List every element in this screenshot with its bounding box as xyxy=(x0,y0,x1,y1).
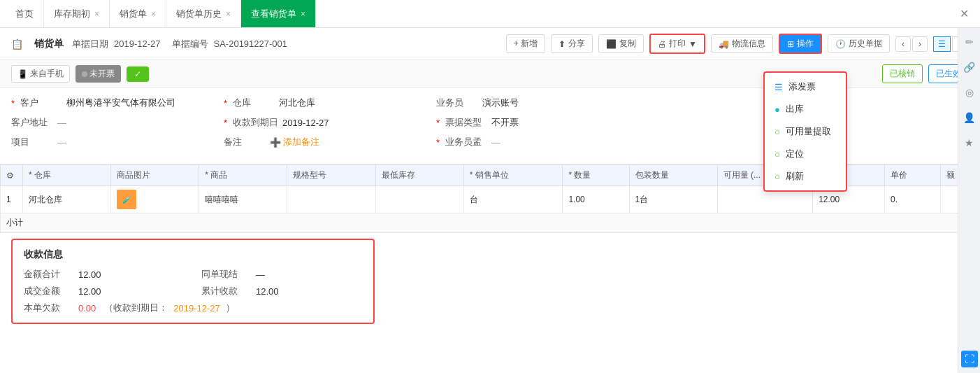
available-qty-item[interactable]: ○ 可用量提取 xyxy=(765,120,846,143)
tab-inventory-init-close[interactable]: × xyxy=(94,9,99,19)
available-qty-icon: ○ xyxy=(774,127,780,137)
voided-button[interactable]: 已核销 xyxy=(882,64,923,83)
tab-home[interactable]: 首页 xyxy=(6,0,44,27)
col-min-stock: 最低库存 xyxy=(375,165,463,186)
total-row: 金额合计 12.00 xyxy=(24,268,185,281)
next-button[interactable]: › xyxy=(912,36,928,52)
customer-field: * 客户 柳州粤港平安气体有限公司 xyxy=(11,97,207,109)
sidebar-star-icon[interactable]: ★ xyxy=(961,134,978,151)
sales-staff-field: * 业务员孟 — xyxy=(436,136,632,148)
print-icon: 🖨 xyxy=(658,39,666,49)
operate-button[interactable]: ⊞ 操作 xyxy=(779,34,822,54)
add-invoice-label: 添发票 xyxy=(788,80,816,93)
not-opened-dot xyxy=(82,71,87,77)
sidebar-expand-icon[interactable]: ⛶ xyxy=(961,351,978,367)
row-product-img: 🧪 xyxy=(111,186,199,213)
tab-inventory-init[interactable]: 库存期初 × xyxy=(44,0,110,27)
note-field: 备注 ➕ 添加备注 xyxy=(224,136,419,148)
add-note-button[interactable]: ➕ 添加备注 xyxy=(270,136,319,148)
copy-button[interactable]: ⬛ 复制 xyxy=(598,34,644,53)
refresh-label: 刷新 xyxy=(786,170,804,183)
refresh-icon: ○ xyxy=(774,171,780,182)
staff-field: 业务员 演示账号 xyxy=(436,97,632,109)
sidebar-edit-icon[interactable]: ✏ xyxy=(961,34,978,50)
main-content: 📋 销货单 单据日期 2019-12-27 单据编号 SA-20191227-0… xyxy=(0,28,980,373)
new-button[interactable]: + 新增 xyxy=(506,34,545,53)
doc-meta: 单据日期 2019-12-27 单据编号 SA-20191227-001 xyxy=(72,38,287,50)
product-image: 🧪 xyxy=(117,190,136,209)
balance-row: 本单欠款 0.00 （收款到期日： 2019-12-27 ） xyxy=(24,302,362,314)
locate-label: 定位 xyxy=(786,148,804,160)
tab-sales-history-close[interactable]: × xyxy=(226,9,231,19)
row-warehouse: 河北仓库 xyxy=(23,186,111,213)
locate-icon: ○ xyxy=(774,149,780,160)
sidebar-user-icon[interactable]: 👤 xyxy=(961,109,978,126)
right-sidebar: ✏ 🔗 ◎ 👤 ★ ⛶ xyxy=(958,28,980,373)
col-product: * 商品 xyxy=(199,165,287,186)
prev-button[interactable]: ‹ xyxy=(895,36,911,52)
tab-sales-order[interactable]: 销货单 × xyxy=(110,0,166,27)
project-field: 项目 — xyxy=(11,136,207,148)
col-unit-price: 单价 xyxy=(885,165,941,186)
payment-date-required: * xyxy=(224,118,227,128)
nav-arrows: ‹ › xyxy=(895,36,928,52)
phone-icon: 📱 xyxy=(17,69,28,79)
operate-dropdown: ☰ 添发票 ● 出库 ○ 可用量提取 ○ 定位 ○ 刷新 xyxy=(763,71,847,192)
col-product-img: 商品图片 xyxy=(111,165,199,186)
warehouse-required: * xyxy=(224,98,227,108)
col-sales-unit: * 销售单位 xyxy=(463,165,563,186)
sales-staff-required: * xyxy=(436,137,440,148)
col-settings[interactable]: ⚙ xyxy=(1,165,23,186)
ticket-type-field: * 票据类型 不开票 xyxy=(436,116,632,129)
tab-sales-history[interactable]: 销货单历史 × xyxy=(166,0,241,27)
share-icon: ⬆ xyxy=(559,39,565,49)
customer-required: * xyxy=(11,98,15,108)
add-invoice-icon: ☰ xyxy=(774,82,783,92)
logistics-icon: 🚚 xyxy=(719,39,729,49)
right-status-buttons: 已核销 已生效 xyxy=(882,64,969,83)
same-order-row: 同单现结 — xyxy=(201,268,362,281)
col-quantity: * 数量 xyxy=(563,165,629,186)
share-button[interactable]: ⬆ 分享 xyxy=(551,34,593,53)
print-button[interactable]: 🖨 打印 ▼ xyxy=(649,34,705,54)
logistics-button[interactable]: 🚚 物流信息 xyxy=(711,34,773,53)
doc-title-area: 📋 销货单 单据日期 2019-12-27 单据编号 SA-20191227-0… xyxy=(11,38,287,50)
available-qty-label: 可用量提取 xyxy=(786,125,831,138)
refresh-item[interactable]: ○ 刷新 xyxy=(765,165,846,188)
row-product: 嘻嘻嘻嘻 xyxy=(199,186,287,213)
summary-box: 收款信息 金额合计 12.00 同单现结 — 成交金额 12.00 累计收款 1… xyxy=(11,239,375,324)
from-phone-button[interactable]: 📱 来自手机 xyxy=(11,65,70,83)
tab-sales-order-close[interactable]: × xyxy=(151,9,156,19)
window-close[interactable]: ✕ xyxy=(954,4,974,23)
transaction-row: 成交金额 12.00 xyxy=(24,285,185,297)
print-dropdown-icon: ▼ xyxy=(689,39,697,49)
ticket-type-required: * xyxy=(436,118,440,128)
row-quantity: 1.00 xyxy=(563,186,629,213)
not-opened-button[interactable]: 未开票 xyxy=(75,65,121,83)
settings-icon[interactable]: ⚙ xyxy=(6,171,14,181)
confirm-button[interactable]: ✓ xyxy=(127,66,149,82)
add-icon: ➕ xyxy=(270,137,281,148)
col-pkg-qty: 包装数量 xyxy=(629,165,717,186)
col-spec: 规格型号 xyxy=(287,165,375,186)
doc-actions: + 新增 ⬆ 分享 ⬛ 复制 🖨 打印 ▼ 🚚 物流信息 xyxy=(506,34,969,54)
list-view-btn[interactable]: ☰ xyxy=(933,36,951,52)
row-min-stock xyxy=(375,186,463,213)
subtotal-label: 小计 xyxy=(1,213,980,233)
tab-check-sales-close[interactable]: × xyxy=(301,9,305,19)
warehouse-field: * 仓库 河北仓库 xyxy=(224,97,419,109)
payment-date-field: * 收款到期日 2019-12-27 xyxy=(224,116,419,129)
sidebar-chart-icon[interactable]: ◎ xyxy=(961,84,978,101)
locate-item[interactable]: ○ 定位 xyxy=(765,143,846,165)
tab-check-sales[interactable]: 查看销货单 × xyxy=(241,0,316,27)
cumulative-row: 累计收款 12.00 xyxy=(201,285,362,297)
doc-number: 单据编号 SA-20191227-001 xyxy=(172,38,288,50)
history-button[interactable]: 🕐 历史单据 xyxy=(828,34,890,53)
subtotal-row: 小计 xyxy=(1,213,980,233)
row-unit-price: 0. xyxy=(885,186,941,213)
add-invoice-item[interactable]: ☰ 添发票 xyxy=(765,76,846,98)
outbound-item[interactable]: ● 出库 xyxy=(765,98,846,120)
doc-date: 单据日期 2019-12-27 xyxy=(72,38,161,50)
sidebar-link-icon[interactable]: 🔗 xyxy=(961,59,978,76)
summary-title: 收款信息 xyxy=(24,248,362,261)
